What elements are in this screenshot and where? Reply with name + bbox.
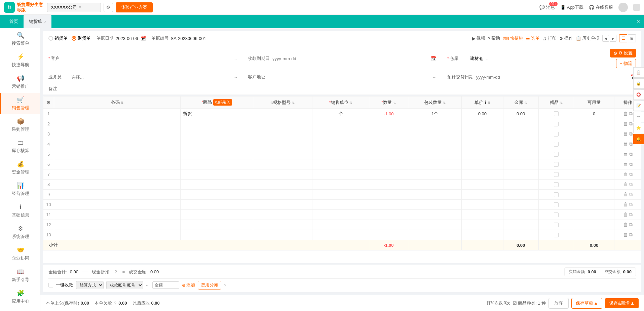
row-pkg-qty-5[interactable] (408, 149, 462, 159)
row-delete-13[interactable]: 🗑 (623, 232, 628, 238)
payment-account-select[interactable]: 收款账号 账号 (106, 281, 143, 289)
row-spec-2[interactable] (253, 119, 312, 129)
row-product-11[interactable] (181, 210, 253, 220)
row-unit-4[interactable] (312, 139, 369, 149)
customer-dots[interactable]: ··· (233, 56, 237, 61)
gift-checkbox-1[interactable] (554, 111, 559, 116)
row-product-1[interactable]: 拆货 (181, 109, 253, 119)
row-delete-11[interactable]: 🗑 (623, 212, 628, 218)
row-gift-5[interactable] (538, 149, 574, 159)
save-draft-button[interactable]: 保存草稿 ▲ (571, 298, 603, 309)
float-edit-button[interactable]: ✏ (633, 112, 644, 122)
row-price-7[interactable] (462, 169, 503, 180)
row-gift-6[interactable] (538, 159, 574, 169)
row-barcode-2[interactable] (54, 119, 181, 129)
gift-checkbox-10[interactable] (554, 202, 559, 207)
row-pkg-qty-12[interactable] (408, 220, 462, 230)
col-price-sort[interactable]: ⇅ (488, 101, 490, 105)
row-amount-7[interactable] (503, 169, 538, 180)
row-product-4[interactable] (181, 139, 253, 149)
row-delete-10[interactable]: 🗑 (623, 202, 628, 207)
row-qty-8[interactable] (369, 180, 408, 190)
row-product-3[interactable] (181, 129, 253, 139)
row-pkg-qty-2[interactable] (408, 119, 462, 129)
row-price-13[interactable] (462, 230, 503, 240)
row-product-9[interactable] (181, 190, 253, 200)
settings-button[interactable]: ⚙ ⚙ 设置 (610, 49, 636, 57)
row-unit-11[interactable] (312, 210, 369, 220)
col-barcode-sort[interactable]: ⇅ (121, 101, 123, 105)
row-copy-5[interactable]: ⧉ (629, 151, 633, 157)
row-amount-1[interactable]: 0.00 (503, 109, 538, 119)
row-qty-9[interactable] (369, 190, 408, 200)
row-product-8[interactable] (181, 180, 253, 190)
row-barcode-11[interactable] (54, 210, 181, 220)
row-price-11[interactable] (462, 210, 503, 220)
row-copy-8[interactable]: ⧉ (629, 182, 633, 187)
payment-method-select[interactable]: 结算方式 (76, 281, 104, 289)
gift-checkbox-8[interactable] (554, 182, 559, 187)
row-copy-6[interactable]: ⧉ (629, 161, 633, 167)
sidebar-item-wechat[interactable]: 💬 企业微信 (0, 308, 40, 311)
trial-button[interactable]: 体验行业方案 (116, 2, 153, 12)
row-qty-10[interactable] (369, 200, 408, 210)
row-barcode-4[interactable] (54, 139, 181, 149)
sidebar-item-marketing[interactable]: 📢 营销推广 (0, 71, 40, 93)
row-qty-4[interactable] (369, 139, 408, 149)
balance-help-icon[interactable]: ? (114, 301, 116, 306)
row-copy-12[interactable]: ⧉ (629, 222, 633, 228)
radio-return[interactable]: 退货单 (72, 35, 91, 41)
row-pkg-qty-6[interactable] (408, 159, 462, 169)
row-barcode-12[interactable] (54, 220, 181, 230)
row-amount-11[interactable] (503, 210, 538, 220)
print-button[interactable]: 🖨 打印 (542, 35, 557, 41)
row-price-5[interactable] (462, 149, 503, 159)
row-spec-8[interactable] (253, 180, 312, 190)
sidebar-item-guide[interactable]: 📖 新手引导 (0, 265, 40, 286)
row-price-6[interactable] (462, 159, 503, 169)
float-star-button[interactable]: ⭐ (633, 123, 644, 133)
gift-checkbox-4[interactable] (554, 142, 559, 147)
gift-checkbox-3[interactable] (554, 132, 559, 137)
row-product-13[interactable] (181, 230, 253, 240)
float-lock-button[interactable]: 🔒 (633, 78, 644, 89)
row-delete-8[interactable]: 🗑 (623, 182, 628, 187)
row-pkg-qty-9[interactable] (408, 190, 462, 200)
gift-checkbox-5[interactable] (554, 152, 559, 157)
payment-date-calendar-icon[interactable]: 📅 (431, 56, 437, 61)
gift-checkbox-7[interactable] (554, 172, 559, 177)
row-price-9[interactable] (462, 190, 503, 200)
sidebar-item-search[interactable]: 🔍 搜索菜单 (0, 28, 40, 50)
row-gift-8[interactable] (538, 180, 574, 190)
col-spec-sort2[interactable]: ⇅ (292, 101, 295, 105)
row-spec-6[interactable] (253, 159, 312, 169)
row-qty-5[interactable] (369, 149, 408, 159)
row-product-7[interactable] (181, 169, 253, 180)
row-unit-12[interactable] (312, 220, 369, 230)
row-gift-13[interactable] (538, 230, 574, 240)
col-amount-sort[interactable]: ⇅ (524, 101, 527, 105)
gift-checkbox-11[interactable] (554, 212, 559, 217)
float-circle-button[interactable]: ⭕ (633, 89, 644, 100)
row-barcode-9[interactable] (54, 190, 181, 200)
tab-home[interactable]: 首页 (4, 15, 24, 28)
row-gift-10[interactable] (538, 200, 574, 210)
row-unit-1[interactable]: 个 (312, 109, 369, 119)
logistics-button[interactable]: + 物流 (616, 59, 636, 68)
row-gift-3[interactable] (538, 129, 574, 139)
online-service-button[interactable]: 🎧 在线客服 (589, 4, 613, 10)
row-spec-13[interactable] (253, 230, 312, 240)
warehouse-dots[interactable]: ··· (486, 56, 490, 61)
row-product-10[interactable] (181, 200, 253, 210)
add-payment-button[interactable]: ⊕ 添加 (182, 282, 195, 288)
row-price-12[interactable] (462, 220, 503, 230)
row-pkg-qty-3[interactable] (408, 129, 462, 139)
sidebar-item-collab[interactable]: 🤝 企业协同 (0, 243, 40, 265)
row-unit-6[interactable] (312, 159, 369, 169)
row-unit-13[interactable] (312, 230, 369, 240)
row-delete-3[interactable]: 🗑 (623, 131, 628, 137)
row-gift-12[interactable] (538, 220, 574, 230)
row-amount-12[interactable] (503, 220, 538, 230)
row-delete-7[interactable]: 🗑 (623, 171, 628, 177)
table-container[interactable]: ⚙ 条码 ⇅ *商品 扫码录入 (43, 96, 641, 263)
